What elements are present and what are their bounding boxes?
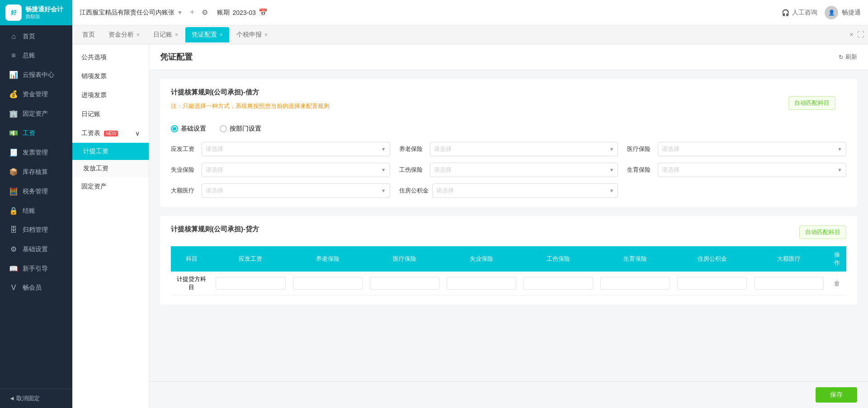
user-menu[interactable]: 👤 畅捷通 [825,6,861,19]
avatar-icon: 👤 [828,9,835,16]
select-zhufang[interactable]: 请选择 ▼ [432,183,618,198]
expand-icon: ∨ [135,130,140,137]
cancel-fixed-btn[interactable]: ◄ 取消固定 [0,389,72,408]
tabbar: 首页 资金分析 × 日记账 × 凭证配置 × 个税申报 × × ⛶ [72,25,868,44]
left-menu-sales[interactable]: 销项发票 [72,67,149,86]
debit-form-grid: 应发工资 请选择 ▼ 养老保险 请选择 ▼ [171,142,846,198]
left-menu-journal[interactable]: 日记账 [72,105,149,124]
calendar-icon[interactable]: 📅 [259,8,268,17]
tab-journal-close[interactable]: × [175,32,178,38]
td-shengyu-input[interactable] [597,272,674,295]
sidebar-label-member: 畅会员 [23,284,42,292]
tab-journal[interactable]: 日记账 × [147,27,184,42]
close-all-tabs-icon[interactable]: × [849,31,854,39]
tab-funds-close[interactable]: × [137,32,140,38]
sidebar-item-home[interactable]: ⌂ 首页 [0,27,72,46]
logo-title: 畅捷通好会计 [25,5,63,13]
sidebar-item-archive[interactable]: 🗄 归档管理 [0,220,72,239]
left-menu-purchase[interactable]: 进项发票 [72,86,149,105]
td-yingfa-input[interactable] [212,272,289,295]
logo-icon: 好 [5,5,22,21]
tab-voucher[interactable]: 凭证配置 × [185,27,229,42]
select-shengyu[interactable]: 请选择 ▼ [658,163,846,177]
radio-dept[interactable]: 按部门设置 [220,125,261,133]
new-badge: NEW [104,131,118,136]
delete-row-icon[interactable]: 🗑 [834,280,840,287]
tab-tax[interactable]: 个税申报 × [230,27,274,42]
left-menu-fixed-assets-label: 固定资产 [81,183,107,191]
company-dropdown-icon[interactable]: ▼ [177,9,183,16]
input-credit-shengyu[interactable] [600,277,670,290]
sidebar-item-reports[interactable]: 📊 云报表中心 [0,65,72,84]
select-yiliao-arrow: ▼ [837,146,842,152]
sidebar-item-ledger[interactable]: ≡ 总账 [0,46,72,65]
form-row-zhufang: 住房公积金 请选择 ▼ [399,183,618,198]
credit-auto-match-btn[interactable]: 自动匹配科目 [799,225,846,239]
debit-auto-match-btn[interactable]: 自动匹配科目 [788,96,835,110]
sidebar-item-assets[interactable]: 🏢 固定资产 [0,104,72,123]
td-zhufang-input[interactable] [674,272,750,295]
sidebar-item-invoice[interactable]: 🧾 发票管理 [0,143,72,162]
sidebar-label-funds: 资金管理 [23,90,48,98]
save-button[interactable]: 保存 [816,387,857,403]
tab-funds[interactable]: 资金分析 × [102,27,146,42]
inventory-icon: 📦 [9,168,18,176]
sidebar-item-salary[interactable]: 💵 工资 [0,123,72,143]
select-zhufang-placeholder: 请选择 [436,187,454,195]
input-credit-yingfa[interactable] [216,277,285,290]
debit-header-row: 计提核算规则(公司承担)-借方 注：只能选择一种方式，系统将按照您当前的选择来配… [171,88,846,117]
select-daejiao[interactable]: 请选择 ▼ [202,183,390,198]
tab-home[interactable]: 首页 [76,27,101,42]
input-credit-daejiao[interactable] [754,277,824,290]
left-menu-fixed-assets[interactable]: 固定资产 [72,177,149,196]
panel-content: 计提核算规则(公司承担)-借方 注：只能选择一种方式，系统将按照您当前的选择来配… [149,70,868,381]
salary-icon: 💵 [9,129,18,137]
credit-section-title: 计提核算规则(公司承担)-贷方 [171,225,259,234]
td-gongshang-input[interactable] [520,272,597,295]
company-selector[interactable]: 江西服宝精品有限责任公司内账张 ▼ [80,9,183,17]
sidebar-item-settings[interactable]: ⚙ 基础设置 [0,239,72,259]
td-yanglao-input[interactable] [289,272,366,295]
tab-tax-close[interactable]: × [264,32,268,38]
select-gongshang-arrow: ▼ [609,167,614,173]
sidebar-item-inventory[interactable]: 📦 库存核算 [0,162,72,182]
td-shiye-input[interactable] [443,272,520,295]
left-menu-salary-table[interactable]: 工资表 NEW ∨ [72,124,149,143]
refresh-btn[interactable]: ↻ 刷新 [839,53,857,61]
sidebar-item-member[interactable]: V 畅会员 [0,278,72,297]
input-credit-gongshang[interactable] [524,277,593,290]
select-yingfa[interactable]: 请选择 ▼ [202,142,390,156]
left-menu-calc-salary[interactable]: 计提工资 [72,143,149,160]
sidebar-label-closing: 结账 [23,207,35,215]
select-yanglao[interactable]: 请选择 ▼ [430,142,618,156]
input-credit-yanglao[interactable] [293,277,363,290]
tab-voucher-close[interactable]: × [220,32,223,38]
td-daejiao-input[interactable] [750,272,827,295]
add-company-btn[interactable]: + [188,8,197,17]
input-credit-zhufang[interactable] [677,277,747,290]
closing-icon: 🔒 [9,206,18,215]
sidebar-item-closing[interactable]: 🔒 结账 [0,201,72,220]
select-yiliao[interactable]: 请选择 ▼ [658,142,846,156]
logo-area: 好 畅捷通好会计 旗舰版 [0,0,72,25]
input-credit-shiye[interactable] [447,277,516,290]
radio-basic[interactable]: 基础设置 [171,125,206,133]
left-menu-public[interactable]: 公共选项 [72,48,149,67]
sidebar-item-tax[interactable]: 🧮 税务管理 [0,182,72,201]
left-menu-pay-salary[interactable]: 发放工资 [72,160,149,177]
input-credit-yiliao[interactable] [370,277,439,290]
service-btn[interactable]: 🎧 人工咨询 [782,9,817,17]
select-gongshang-placeholder: 请选择 [434,166,452,174]
sidebar-item-funds[interactable]: 💰 资金管理 [0,84,72,104]
form-row-gongshang: 工伤保险 请选择 ▼ [399,163,618,177]
select-shiye[interactable]: 请选择 ▼ [202,163,390,177]
radio-group: 基础设置 按部门设置 [171,125,846,133]
td-yiliao-input[interactable] [366,272,443,295]
settings-gear-icon[interactable]: ⚙ [202,8,208,17]
select-gongshang[interactable]: 请选择 ▼ [430,163,618,177]
sidebar-label-assets: 固定资产 [23,110,48,118]
th-daejiao: 大额医疗 [750,246,827,272]
fullscreen-icon[interactable]: ⛶ [857,31,864,39]
left-menu-calc-salary-label: 计提工资 [83,147,108,155]
sidebar-item-guide[interactable]: 📖 新手引导 [0,259,72,278]
